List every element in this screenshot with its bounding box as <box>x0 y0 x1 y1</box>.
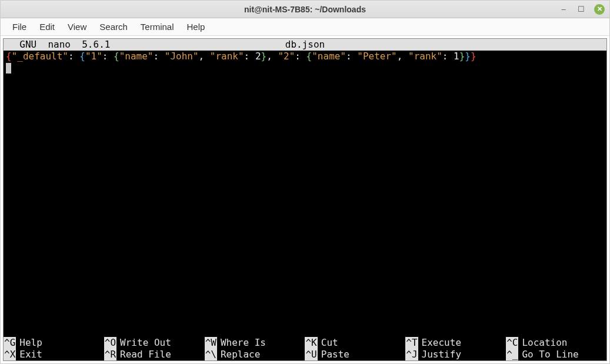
shortcut-cell: ^_Go To Line <box>506 349 606 360</box>
editor-content[interactable]: {"_default": {"1": {"name": "John", "ran… <box>4 51 606 74</box>
shortcut-key: ^G <box>4 337 16 349</box>
shortcut-cell: ^\Replace <box>205 349 305 360</box>
shortcut-cell: ^UPaste <box>305 349 405 360</box>
code-token: , <box>266 51 278 62</box>
code-token: , <box>199 51 210 62</box>
shortcut-key: ^_ <box>506 349 518 360</box>
code-token: { <box>6 51 12 62</box>
code-token: "rank" <box>210 51 244 62</box>
code-token: , <box>397 51 408 62</box>
shortcut-label: Read File <box>116 349 171 360</box>
shortcut-key: ^O <box>104 337 116 349</box>
shortcut-cell: ^KCut <box>305 337 405 349</box>
shortcut-label: Write Out <box>116 337 171 349</box>
code-token: : <box>68 51 79 62</box>
nano-filename: db.json <box>285 39 325 51</box>
menu-edit[interactable]: Edit <box>34 19 61 34</box>
code-token: } <box>459 51 465 62</box>
shortcut-cell: ^WWhere Is <box>205 337 305 349</box>
shortcut-label: Execute <box>418 337 461 349</box>
code-token: "John" <box>165 51 199 62</box>
code-token: "_default" <box>12 51 68 62</box>
code-token: "rank" <box>408 51 442 62</box>
code-token: "Peter" <box>357 51 396 62</box>
cursor-icon <box>6 63 11 74</box>
shortcut-label: Location <box>518 337 567 349</box>
shortcut-key: ^X <box>4 349 16 360</box>
code-token: : <box>295 51 306 62</box>
code-token: } <box>261 51 267 62</box>
code-token: { <box>79 51 85 62</box>
menu-file[interactable]: File <box>6 19 32 34</box>
window-controls: – ☐ ✕ <box>559 4 605 15</box>
shortcut-label: Justify <box>418 349 461 360</box>
shortcut-label: Replace <box>217 349 260 360</box>
nano-footer: ^GHelp^OWrite Out^WWhere Is^KCut^TExecut… <box>4 337 606 360</box>
code-token: : <box>244 51 255 62</box>
shortcut-label: Paste <box>318 349 349 360</box>
terminal-window: nit@nit-MS-7B85: ~/Downloads – ☐ ✕ File … <box>0 0 610 364</box>
code-line: {"_default": {"1": {"name": "John", "ran… <box>6 51 476 62</box>
terminal-area[interactable]: GNU nano 5.6.1 db.json {"_default": {"1"… <box>3 38 607 361</box>
menubar: File Edit View Search Terminal Help <box>1 18 609 36</box>
shortcut-label: Where Is <box>217 337 266 349</box>
code-token: : <box>102 51 114 62</box>
code-token: } <box>471 51 476 62</box>
shortcut-label: Cut <box>318 337 338 349</box>
close-button[interactable]: ✕ <box>594 4 605 15</box>
shortcut-key: ^W <box>205 337 217 349</box>
shortcut-cell: ^XExit <box>4 349 104 360</box>
footer-row-1: ^GHelp^OWrite Out^WWhere Is^KCut^TExecut… <box>4 337 606 349</box>
footer-row-2: ^XExit^RRead File^\Replace^UPaste^JJusti… <box>4 349 606 360</box>
shortcut-cell: ^GHelp <box>4 337 104 349</box>
shortcut-key: ^\ <box>205 349 217 360</box>
shortcut-cell: ^RRead File <box>104 349 205 360</box>
menu-view[interactable]: View <box>62 19 92 34</box>
shortcut-label: Go To Line <box>518 349 578 360</box>
shortcut-label: Exit <box>16 349 42 360</box>
code-token: "1" <box>85 51 102 62</box>
code-token: { <box>114 51 119 62</box>
window-title: nit@nit-MS-7B85: ~/Downloads <box>244 5 366 14</box>
shortcut-key: ^J <box>405 349 418 360</box>
nano-header: GNU nano 5.6.1 db.json <box>4 39 606 51</box>
shortcut-cell: ^CLocation <box>506 337 606 349</box>
menu-search[interactable]: Search <box>94 19 134 34</box>
menu-terminal[interactable]: Terminal <box>135 19 180 34</box>
code-token: { <box>306 51 312 62</box>
code-token: "2" <box>278 51 295 62</box>
menu-help[interactable]: Help <box>181 19 211 34</box>
minimize-button[interactable]: – <box>559 5 568 14</box>
shortcut-key: ^R <box>104 349 116 360</box>
shortcut-label: Help <box>16 337 42 349</box>
code-token: "name" <box>119 51 154 62</box>
code-token: 2 <box>255 51 261 62</box>
shortcut-cell: ^TExecute <box>405 337 506 349</box>
code-token: } <box>465 51 471 62</box>
shortcut-key: ^U <box>305 349 317 360</box>
shortcut-key: ^C <box>506 337 518 349</box>
code-token: : <box>153 51 164 62</box>
code-token: 1 <box>454 51 459 62</box>
shortcut-key: ^T <box>405 337 418 349</box>
shortcut-cell: ^JJustify <box>405 349 506 360</box>
code-token: : <box>442 51 454 62</box>
shortcut-cell: ^OWrite Out <box>104 337 205 349</box>
nano-version: GNU nano 5.6.1 <box>4 39 110 51</box>
code-token: "name" <box>312 51 346 62</box>
maximize-button[interactable]: ☐ <box>576 5 586 14</box>
shortcut-key: ^K <box>305 337 317 349</box>
code-token: : <box>346 51 357 62</box>
titlebar[interactable]: nit@nit-MS-7B85: ~/Downloads – ☐ ✕ <box>1 1 609 18</box>
